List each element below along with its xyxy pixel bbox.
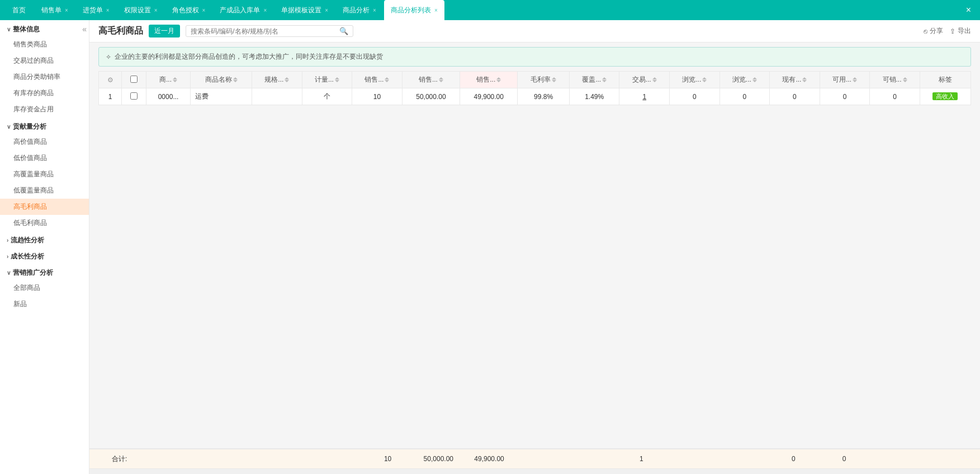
nav-tab-permissions[interactable]: 权限设置 × bbox=[117, 0, 164, 20]
sidebar-item-in-stock[interactable]: 有库存的商品 bbox=[0, 85, 89, 101]
sidebar-group-marketing[interactable]: ∨ 营销推广分析 bbox=[0, 264, 89, 280]
sidebar-collapse-button[interactable]: « bbox=[82, 25, 87, 34]
export-icon: ⇪ bbox=[950, 27, 955, 35]
filter-recent-month-button[interactable]: 近一月 bbox=[149, 25, 180, 37]
nav-tab-analysis-list-label: 商品分析列表 bbox=[391, 6, 431, 15]
th-tag-label: 标签 bbox=[939, 76, 952, 83]
nav-tab-roles[interactable]: 角色授权 × bbox=[165, 0, 212, 20]
sidebar-group-marketing-arrow: ∨ bbox=[7, 270, 11, 276]
th-code[interactable]: 商... bbox=[146, 72, 191, 88]
horizontal-scrollbar[interactable] bbox=[89, 468, 980, 474]
cell-transaction[interactable]: 1 bbox=[619, 88, 670, 105]
th-available-label: 可用... bbox=[832, 75, 851, 85]
th-spec-label: 规格... bbox=[264, 75, 283, 85]
sidebar-item-stock-capital[interactable]: 库存资金占用 bbox=[0, 101, 89, 118]
th-sales-amount-label: 销售... bbox=[419, 75, 438, 85]
nav-tab-sales-close[interactable]: × bbox=[65, 7, 68, 13]
sidebar-item-high-coverage[interactable]: 高覆盖量商品 bbox=[0, 166, 89, 182]
th-transaction-label: 交易... bbox=[632, 75, 651, 85]
cell-sales-amount: 50,000.00 bbox=[402, 88, 460, 105]
th-browse2[interactable]: 浏览... bbox=[719, 72, 770, 88]
nav-tab-permissions-close[interactable]: × bbox=[154, 7, 158, 13]
cell-saleable: 0 bbox=[870, 88, 920, 105]
th-settings[interactable]: ⚙ bbox=[99, 72, 122, 88]
th-sales-qty[interactable]: 销售... bbox=[352, 72, 403, 88]
th-transaction-sort-icon bbox=[652, 77, 657, 82]
nav-tab-inbound[interactable]: 产成品入库单 × bbox=[213, 0, 273, 20]
th-sales-profit[interactable]: 销售... bbox=[460, 72, 518, 88]
row-checkbox[interactable] bbox=[130, 92, 138, 100]
th-sales-amount-sort-icon bbox=[439, 77, 443, 82]
th-browse1[interactable]: 浏览... bbox=[670, 72, 720, 88]
th-spec[interactable]: 规格... bbox=[252, 72, 302, 88]
nav-tab-template-close[interactable]: × bbox=[325, 7, 328, 13]
cell-available: 0 bbox=[820, 88, 870, 105]
th-browse2-label: 浏览... bbox=[732, 75, 751, 85]
sidebar-item-high-value[interactable]: 高价值商品 bbox=[0, 134, 89, 150]
tag-badge: 高收入 bbox=[932, 92, 958, 100]
nav-tab-sales[interactable]: 销售单 × bbox=[35, 0, 75, 20]
th-name[interactable]: 商品名称 bbox=[190, 72, 252, 88]
nav-tab-purchase-label: 进货单 bbox=[83, 6, 103, 15]
nav-tab-inbound-label: 产成品入库单 bbox=[220, 6, 260, 15]
th-available[interactable]: 可用... bbox=[820, 72, 870, 88]
sidebar-group-trend[interactable]: › 流趋性分析 bbox=[0, 231, 89, 247]
th-unit[interactable]: 计量... bbox=[302, 72, 352, 88]
sidebar-group-contribution-label: 贡献量分析 bbox=[13, 122, 46, 132]
sidebar-item-high-margin[interactable]: 高毛利商品 bbox=[0, 199, 89, 215]
sidebar-item-sales-goods[interactable]: 销售类商品 bbox=[0, 36, 89, 53]
th-sales-amount[interactable]: 销售... bbox=[402, 72, 460, 88]
th-coverage[interactable]: 覆盖... bbox=[569, 72, 619, 88]
nav-tab-purchase-close[interactable]: × bbox=[106, 7, 110, 13]
share-icon: ⎋ bbox=[924, 27, 927, 35]
sidebar-group-growth[interactable]: › 成长性分析 bbox=[0, 247, 89, 264]
share-button[interactable]: ⎋ 分享 bbox=[924, 26, 943, 36]
nav-tab-analysis-list-close[interactable]: × bbox=[434, 7, 438, 13]
nav-tab-analysis[interactable]: 商品分析 × bbox=[336, 0, 383, 20]
info-icon: ✧ bbox=[106, 53, 111, 61]
table-container[interactable]: ⚙ 商... bbox=[89, 71, 980, 448]
sidebar-item-traded-goods[interactable]: 交易过的商品 bbox=[0, 53, 89, 69]
nav-tab-template[interactable]: 单据模板设置 × bbox=[274, 0, 335, 20]
cell-index: 1 bbox=[99, 88, 122, 105]
cell-unit: 个 bbox=[302, 88, 352, 105]
nav-tab-analysis-list[interactable]: 商品分析列表 × bbox=[384, 0, 444, 20]
th-code-label: 商... bbox=[159, 75, 172, 85]
nav-tab-roles-close[interactable]: × bbox=[202, 7, 206, 13]
th-gross-margin[interactable]: 毛利率 bbox=[518, 72, 569, 88]
th-available-sort-icon bbox=[853, 77, 857, 82]
nav-tab-analysis-close[interactable]: × bbox=[373, 7, 376, 13]
nav-tab-purchase[interactable]: 进货单 × bbox=[76, 0, 116, 20]
th-checkbox[interactable] bbox=[122, 72, 146, 88]
sidebar-item-low-coverage[interactable]: 低覆盖量商品 bbox=[0, 182, 89, 199]
window-close-button[interactable]: × bbox=[962, 5, 976, 15]
th-saleable-label: 可销... bbox=[883, 75, 902, 85]
search-input[interactable] bbox=[191, 27, 339, 35]
sidebar-item-category-rate[interactable]: 商品分类助销率 bbox=[0, 69, 89, 85]
nav-tab-inbound-close[interactable]: × bbox=[263, 7, 267, 13]
select-all-checkbox[interactable] bbox=[130, 76, 138, 83]
transaction-link[interactable]: 1 bbox=[642, 93, 646, 101]
th-name-label: 商品名称 bbox=[205, 75, 232, 85]
th-browse2-sort-icon bbox=[752, 77, 757, 82]
cell-checkbox[interactable] bbox=[122, 88, 146, 105]
th-saleable[interactable]: 可销... bbox=[870, 72, 920, 88]
cell-spec bbox=[252, 88, 302, 105]
sidebar-group-contribution[interactable]: ∨ 贡献量分析 bbox=[0, 118, 89, 134]
nav-tab-home[interactable]: 首页 bbox=[4, 0, 34, 20]
nav-tab-analysis-label: 商品分析 bbox=[343, 6, 370, 15]
sidebar-item-all-goods[interactable]: 全部商品 bbox=[0, 280, 89, 296]
sidebar-item-low-value[interactable]: 低价值商品 bbox=[0, 150, 89, 166]
sidebar-item-new-goods[interactable]: 新品 bbox=[0, 296, 89, 312]
sidebar-item-low-margin[interactable]: 低毛利商品 bbox=[0, 215, 89, 231]
footer-transaction: 1 bbox=[616, 455, 667, 463]
th-sales-profit-label: 销售... bbox=[476, 75, 495, 85]
th-current-stock[interactable]: 现有... bbox=[770, 72, 820, 88]
sidebar-group-overall-label: 整体信息 bbox=[13, 25, 40, 34]
column-settings-icon[interactable]: ⚙ bbox=[107, 76, 113, 84]
footer-label: 合计: bbox=[98, 454, 210, 464]
sidebar-group-overall[interactable]: ∨ 整体信息 bbox=[0, 20, 89, 36]
th-transaction[interactable]: 交易... bbox=[619, 72, 670, 88]
export-button[interactable]: ⇪ 导出 bbox=[950, 26, 971, 36]
top-navigation: 首页 销售单 × 进货单 × 权限设置 × 角色授权 × 产成品入库单 × 单据… bbox=[0, 0, 980, 20]
